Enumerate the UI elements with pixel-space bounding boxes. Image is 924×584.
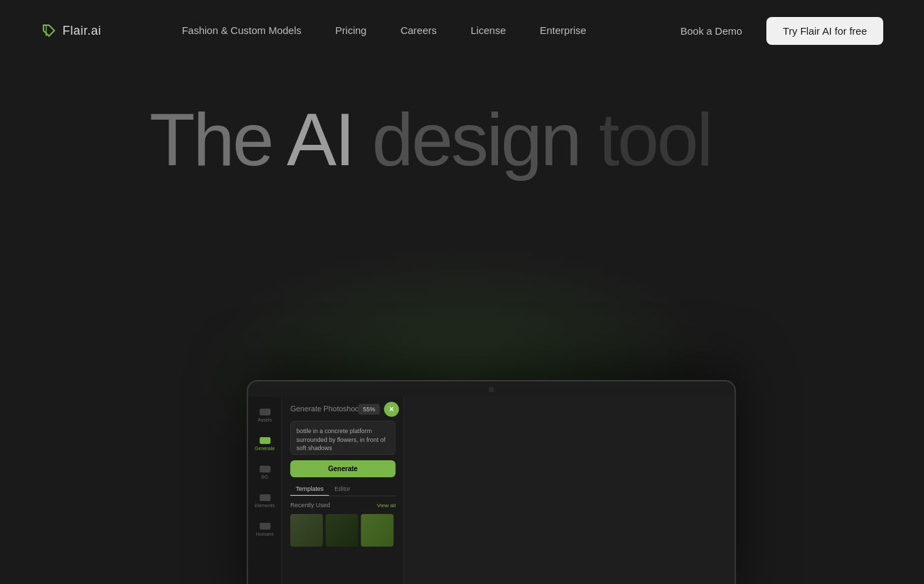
canvas-toolbar: 55% — [358, 402, 399, 417]
thumbnail-3[interactable] — [361, 514, 393, 547]
hero-word-tool: tool — [599, 97, 711, 181]
nav-item-license[interactable]: License — [471, 24, 506, 37]
tab-editor[interactable]: Editor — [329, 483, 356, 496]
hero-word-ai: AI — [287, 97, 353, 181]
thumbnails-row — [290, 514, 395, 547]
nav-cta-group: Book a Demo Try Flair AI for free — [667, 17, 883, 45]
try-free-button[interactable]: Try Flair AI for free — [766, 17, 883, 45]
logo-icon — [41, 22, 57, 39]
thumbnail-2[interactable] — [325, 514, 358, 547]
sidebar-humans[interactable]: Humans — [253, 517, 277, 542]
recently-used-label: Recently Used View all — [290, 502, 395, 509]
thumbnail-1[interactable] — [290, 514, 323, 547]
device-frame: Assets Generate BG Elements Humans — [247, 380, 736, 584]
sidebar-generate[interactable]: Generate — [253, 432, 277, 456]
book-demo-button[interactable]: Book a Demo — [667, 18, 756, 44]
device-camera — [488, 387, 494, 392]
generate-button[interactable]: Generate — [290, 460, 395, 477]
device-screen: Assets Generate BG Elements Humans — [248, 396, 734, 584]
app-left-panel: Generate Photoshoot bottle in a concrete… — [282, 396, 404, 584]
hero-word-design: design — [372, 97, 580, 181]
hero-headline: The AI design tool — [149, 102, 924, 177]
logo[interactable]: Flair.ai — [41, 22, 101, 39]
sidebar-elements[interactable]: Elements — [253, 489, 277, 513]
nav-item-enterprise[interactable]: Enterprise — [539, 24, 586, 37]
recently-used-text: Recently Used — [290, 502, 330, 509]
logo-text: Flair.ai — [63, 24, 101, 38]
nav-item-careers[interactable]: Careers — [400, 24, 436, 37]
sidebar-assets[interactable]: Assets — [253, 403, 277, 428]
tab-templates[interactable]: Templates — [290, 483, 329, 496]
nav-item-pricing[interactable]: Pricing — [336, 24, 367, 37]
canvas-close-btn[interactable] — [384, 402, 399, 417]
app-sidebar: Assets Generate BG Elements Humans — [248, 396, 282, 584]
hero-section: The AI design tool — [0, 61, 924, 177]
nav-links: Fashion & Custom Models Pricing Careers … — [182, 24, 586, 37]
sidebar-bg[interactable]: BG — [253, 460, 277, 485]
panel-tabs: Templates Editor — [290, 483, 395, 496]
prompt-text[interactable]: bottle in a concrete platform surrounded… — [290, 421, 395, 455]
zoom-level[interactable]: 55% — [358, 404, 380, 415]
hero-word-the: The — [149, 97, 272, 181]
app-inner: Generate Photoshoot bottle in a concrete… — [282, 396, 404, 584]
app-preview: Assets Generate BG Elements Humans — [247, 380, 736, 584]
view-all-link[interactable]: View all — [377, 502, 395, 509]
nav-item-fashion[interactable]: Fashion & Custom Models — [182, 24, 302, 37]
navbar: Flair.ai Fashion & Custom Models Pricing… — [0, 0, 924, 61]
